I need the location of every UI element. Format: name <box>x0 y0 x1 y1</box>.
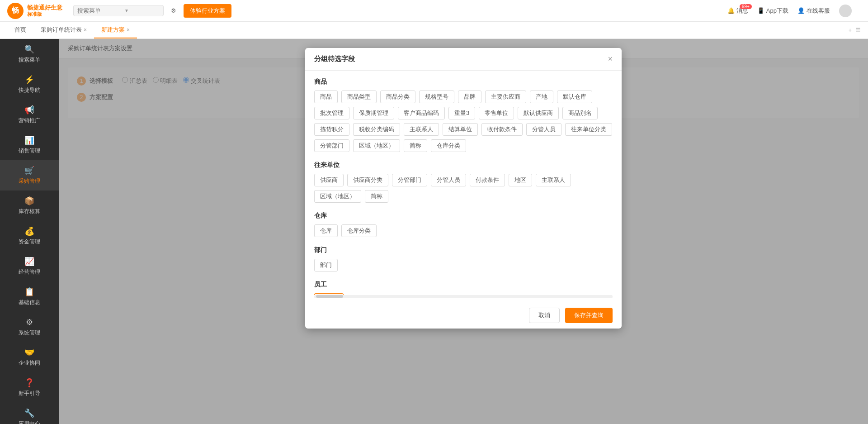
field-partner-dept[interactable]: 分管部门 <box>392 174 427 186</box>
sidebar-item-operations[interactable]: 📈 经营管理 <box>0 251 59 281</box>
field-warehouse[interactable]: 仓库 <box>314 224 338 237</box>
field-spec-model[interactable]: 规格型号 <box>419 91 454 103</box>
employee-section-title: 员工 <box>314 281 613 289</box>
search-input[interactable] <box>77 7 123 14</box>
field-origin[interactable]: 产地 <box>530 91 553 103</box>
modal-close-button[interactable]: × <box>608 54 613 64</box>
field-weight3[interactable]: 重量3 <box>448 107 475 119</box>
field-brand[interactable]: 品牌 <box>458 91 481 103</box>
field-pay-terms[interactable]: 付款条件 <box>470 174 505 186</box>
field-supplier-category[interactable]: 供应商分类 <box>347 174 388 186</box>
field-dept[interactable]: 部门 <box>314 259 338 272</box>
field-tax-code[interactable]: 税收分类编码 <box>353 123 400 136</box>
marketing-icon: 📢 <box>24 105 34 115</box>
logo-text: 畅捷通好生意 标准版 <box>27 4 62 17</box>
quick-nav-icon: ⚡ <box>24 75 34 85</box>
field-select-modal: 分组待选字段 × 商品 商品 商品类型 商品分类 规格型号 品牌 <box>305 48 622 329</box>
sidebar-item-base-info[interactable]: 📋 基础信息 <box>0 281 59 312</box>
field-settle-unit[interactable]: 结算单位 <box>443 123 478 136</box>
field-default-supplier[interactable]: 默认供应商 <box>518 107 559 119</box>
bell-icon: 🔔 <box>727 7 735 14</box>
tab-add-icon[interactable]: + <box>848 27 852 33</box>
cancel-button[interactable]: 取消 <box>529 308 560 323</box>
tab-menu-icon[interactable]: ☰ <box>855 27 861 33</box>
sidebar-item-quick-nav[interactable]: ⚡ 快捷导航 <box>0 69 59 100</box>
sales-icon: 📊 <box>24 135 34 145</box>
field-warehouse-category-product[interactable]: 仓库分类 <box>431 139 466 152</box>
save-query-button[interactable]: 保存并查询 <box>565 308 613 323</box>
sidebar-search-label: 搜索菜单 <box>19 56 40 64</box>
modal-overlay: 分组待选字段 × 商品 商品 商品类型 商品分类 规格型号 品牌 <box>59 39 868 424</box>
notification-bell[interactable]: 🔔 消息 99+ <box>727 7 748 15</box>
field-partner-category[interactable]: 往来单位分类 <box>565 123 612 136</box>
logo-icon: 畅 <box>7 3 24 19</box>
field-short-name-partner[interactable]: 简称 <box>365 190 388 203</box>
field-supervisor[interactable]: 分管人员 <box>526 123 561 136</box>
product-section: 商品 商品 商品类型 商品分类 规格型号 品牌 主要供应商 产地 默认仓库 批次… <box>314 78 613 152</box>
field-supplier[interactable]: 供应商 <box>314 174 344 186</box>
online-service[interactable]: 👤 在线客服 <box>797 7 830 15</box>
modal-footer: 取消 保存并查询 <box>305 302 622 329</box>
field-product-type[interactable]: 商品类型 <box>341 91 377 103</box>
sidebar-system-label: 系统管理 <box>19 329 40 337</box>
modal-body[interactable]: 商品 商品 商品类型 商品分类 规格型号 品牌 主要供应商 产地 默认仓库 批次… <box>305 71 622 295</box>
search-dropdown-arrow[interactable]: ▼ <box>124 8 129 13</box>
sidebar-item-guide[interactable]: ❓ 新手引导 <box>0 372 59 403</box>
tab-home[interactable]: 首页 <box>7 22 33 38</box>
field-partner-contact[interactable]: 主联系人 <box>536 174 571 186</box>
field-warehouse-category[interactable]: 仓库分类 <box>341 224 377 237</box>
sidebar-item-marketing[interactable]: 📢 营销推广 <box>0 100 59 130</box>
field-product[interactable]: 商品 <box>314 91 338 103</box>
field-default-warehouse[interactable]: 默认仓库 <box>557 91 592 103</box>
field-customer-code[interactable]: 客户商品编码 <box>398 107 445 119</box>
product-section-title: 商品 <box>314 78 613 86</box>
field-region-product[interactable]: 区域（地区） <box>353 139 400 152</box>
field-region-partner[interactable]: 区域（地区） <box>314 190 361 203</box>
sidebar-finance-label: 资金管理 <box>19 238 40 246</box>
field-product-alias[interactable]: 商品别名 <box>562 107 598 119</box>
sidebar-item-sales[interactable]: 📊 销售管理 <box>0 130 59 160</box>
sidebar-item-purchase[interactable]: 🛒 采购管理 <box>0 160 59 191</box>
avatar[interactable] <box>839 5 852 17</box>
trial-button[interactable]: 体验行业方案 <box>184 4 231 18</box>
field-batch-mgmt[interactable]: 批次管理 <box>314 107 349 119</box>
field-product-category[interactable]: 商品分类 <box>380 91 415 103</box>
field-pick-points[interactable]: 拣货积分 <box>314 123 349 136</box>
search-input-area[interactable]: ▼ <box>73 5 164 16</box>
sidebar-item-app-center[interactable]: 🔧 应用中心 <box>0 403 59 424</box>
dept-section-title: 部门 <box>314 246 613 254</box>
top-bar: 畅 畅捷通好生意 标准版 ▼ ⚙ 体验行业方案 🔔 消息 99+ 📱 App下载… <box>0 0 868 22</box>
field-area[interactable]: 地区 <box>509 174 532 186</box>
sidebar-item-corp-coop[interactable]: 🤝 企业协同 <box>0 342 59 372</box>
tab-purchase-stats[interactable]: 采购订单统计表 × <box>33 22 94 38</box>
app-download[interactable]: 📱 App下载 <box>757 7 788 15</box>
sidebar-item-inventory[interactable]: 📦 库存核算 <box>0 191 59 221</box>
field-short-name-product[interactable]: 简称 <box>404 139 427 152</box>
sidebar-quick-label: 快捷导航 <box>19 86 40 94</box>
dept-section: 部门 部门 <box>314 246 613 272</box>
field-main-contact[interactable]: 主联系人 <box>404 123 439 136</box>
field-partner-supervisor[interactable]: 分管人员 <box>431 174 466 186</box>
tab-new-plan-close[interactable]: × <box>127 27 130 33</box>
sidebar-item-finance[interactable]: 💰 资金管理 <box>0 221 59 251</box>
finance-icon: 💰 <box>24 226 34 236</box>
sidebar-item-system[interactable]: ⚙ 系统管理 <box>0 312 59 342</box>
sidebar-app-label: 应用中心 <box>19 420 40 424</box>
service-icon: 👤 <box>797 7 805 14</box>
partner-field-grid: 供应商 供应商分类 分管部门 分管人员 付款条件 地区 主联系人 区域（地区） … <box>314 174 613 203</box>
tab-new-plan[interactable]: 新建方案 × <box>94 22 137 38</box>
tab-purchase-close[interactable]: × <box>84 27 87 33</box>
guide-icon: ❓ <box>24 378 34 388</box>
tab-purchase-label: 采购订单统计表 <box>41 26 82 34</box>
field-manage-dept[interactable]: 分管部门 <box>314 139 349 152</box>
field-retail-unit[interactable]: 零售单位 <box>479 107 514 119</box>
field-main-supplier[interactable]: 主要供应商 <box>485 91 526 103</box>
field-expiry-mgmt[interactable]: 保质期管理 <box>353 107 394 119</box>
sidebar-item-search[interactable]: 🔍 搜索菜单 <box>0 39 59 69</box>
field-payment-terms[interactable]: 收付款条件 <box>481 123 523 136</box>
modal-horizontal-scrollbar[interactable] <box>314 295 613 298</box>
notification-badge: 99+ <box>740 4 752 9</box>
sidebar-operations-label: 经营管理 <box>19 268 40 276</box>
modal-hscroll-thumb <box>316 295 343 298</box>
gear-button[interactable]: ⚙ <box>167 5 180 16</box>
